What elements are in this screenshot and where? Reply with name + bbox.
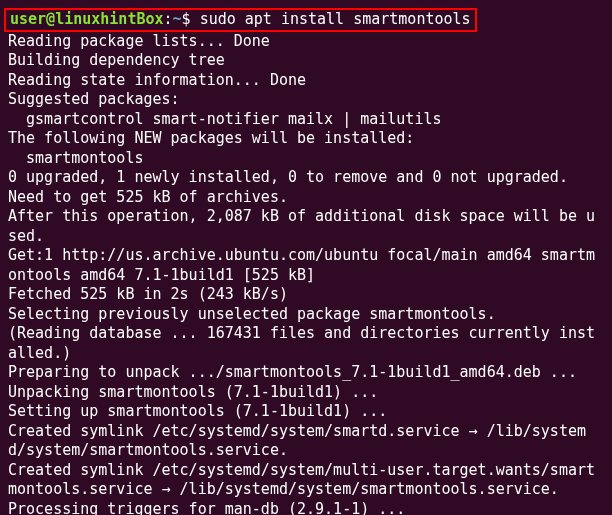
command-line: user@linuxhintBox:~$ sudo apt install sm… — [8, 8, 604, 32]
highlighted-command: user@linuxhintBox:~$ sudo apt install sm… — [4, 8, 477, 32]
output-line: Processing triggers for man-db (2.9.1-1)… — [8, 500, 604, 516]
output-line: Building dependency tree — [8, 51, 604, 71]
output-line: smartmontools — [8, 149, 604, 169]
output-line: The following NEW packages will be insta… — [8, 129, 604, 149]
output-line: Created symlink /etc/systemd/system/mult… — [8, 461, 604, 500]
output-line: After this operation, 2,087 kB of additi… — [8, 207, 604, 246]
output-line: Get:1 http://us.archive.ubuntu.com/ubunt… — [8, 246, 604, 285]
output-line: Unpacking smartmontools (7.1-1build1) ..… — [8, 383, 604, 403]
command-text: sudo apt install smartmontools — [200, 10, 471, 28]
output-line: Preparing to unpack .../smartmontools_7.… — [8, 363, 604, 383]
output-line: Setting up smartmontools (7.1-1build1) .… — [8, 402, 604, 422]
output-line: Suggested packages: — [8, 90, 604, 110]
output-line: Fetched 525 kB in 2s (243 kB/s) — [8, 285, 604, 305]
prompt-dollar: $ — [182, 10, 200, 28]
prompt-path: ~ — [173, 10, 182, 28]
output-line: Reading package lists... Done — [8, 32, 604, 52]
output-line: gsmartcontrol smart-notifier mailx | mai… — [8, 110, 604, 130]
prompt-colon: : — [164, 10, 173, 28]
output-line: Selecting previously unselected package … — [8, 305, 604, 325]
output-line: Reading state information... Done — [8, 71, 604, 91]
output-line: Need to get 525 kB of archives. — [8, 188, 604, 208]
output-line: Created symlink /etc/systemd/system/smar… — [8, 422, 604, 461]
output-line: (Reading database ... 167431 files and d… — [8, 324, 604, 363]
output-line: 0 upgraded, 1 newly installed, 0 to remo… — [8, 168, 604, 188]
prompt-user-host: user@linuxhintBox — [10, 10, 164, 28]
